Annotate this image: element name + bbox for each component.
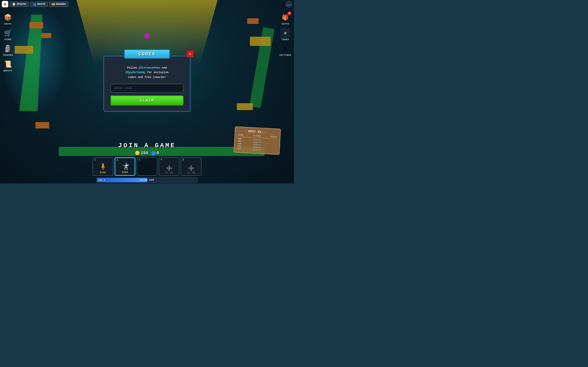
code-input[interactable] [111,84,183,93]
modal-close-button[interactable]: ✕ [187,50,194,58]
user2-link: @SpyderSammy [125,71,145,74]
modal-description: Follow @InstanceOnew and @SpyderSammy fo… [111,66,183,80]
modal-body: Follow @InstanceOnew and @SpyderSammy fo… [103,56,191,112]
modal-overlay: CODES ✕ Follow @InstanceOnew and @Spyder… [0,0,294,184]
claim-button-label: CLAIM [140,98,154,102]
codes-modal: CODES ✕ Follow @InstanceOnew and @Spyder… [103,53,191,112]
claim-button[interactable]: CLAIM [111,95,183,106]
close-icon: ✕ [189,52,191,56]
user1-link: @InstanceOnew [139,66,160,69]
modal-title-bar: CODES [124,49,170,59]
modal-title: CODES [138,51,156,57]
